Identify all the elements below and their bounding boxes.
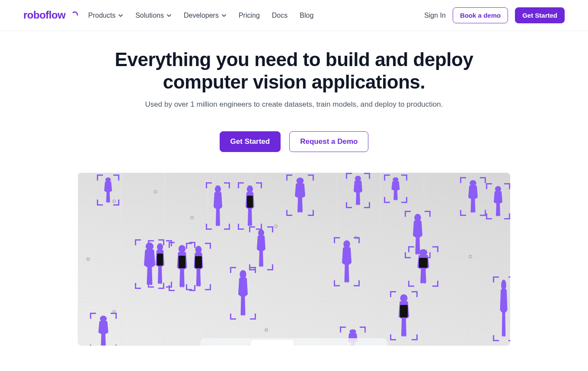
- tab-detection[interactable]: Detection: [202, 340, 249, 346]
- bbox-corner-icon: [412, 334, 418, 340]
- bbox-corner-icon: [90, 313, 96, 319]
- bbox-corner-icon: [346, 202, 352, 208]
- bbox-corner-icon: [111, 313, 117, 319]
- bounding-box-icon: [90, 313, 117, 346]
- nav-item-blog[interactable]: Blog: [300, 12, 313, 19]
- bbox-corner-icon: [354, 237, 360, 243]
- bbox-corner-icon: [249, 226, 255, 232]
- tab-counting[interactable]: Counting: [296, 340, 341, 346]
- hero-get-started-button[interactable]: Get Started: [220, 131, 281, 152]
- nav-label: Products: [88, 12, 115, 19]
- bbox-corner-icon: [405, 211, 411, 217]
- bbox-corner-icon: [354, 280, 360, 286]
- bbox-corner-icon: [504, 183, 510, 189]
- bbox-corner-icon: [113, 200, 119, 206]
- bbox-corner-icon: [113, 174, 119, 181]
- nav-item-products[interactable]: Products: [88, 12, 123, 19]
- bbox-corner-icon: [169, 285, 175, 291]
- bbox-corner-icon: [135, 283, 141, 289]
- bbox-corner-icon: [286, 210, 292, 216]
- bbox-corner-icon: [508, 276, 510, 282]
- detected-person: [209, 185, 227, 228]
- hero-section: Everything you need to build and deploy …: [0, 31, 588, 346]
- hero-visual-wrap: Detection Tracking Counting Analysis: [78, 173, 510, 346]
- bbox-corner-icon: [148, 282, 154, 288]
- chevron-down-icon: [118, 13, 123, 18]
- nav-label: Blog: [300, 12, 313, 19]
- floor-marker-icon: [154, 190, 157, 193]
- bbox-corner-icon: [340, 327, 346, 333]
- bbox-corner-icon: [508, 335, 510, 341]
- nav-item-developers[interactable]: Developers: [184, 12, 227, 19]
- bounding-box-icon: [186, 243, 211, 290]
- bbox-corner-icon: [256, 182, 262, 188]
- bbox-corner-icon: [148, 240, 154, 246]
- detected-person: [463, 180, 483, 214]
- bounding-box-icon: [230, 267, 256, 320]
- bbox-corner-icon: [401, 174, 407, 181]
- bounding-box-icon: [206, 182, 230, 230]
- bbox-corner-icon: [504, 213, 510, 219]
- hero-title: Everything you need to build and deploy …: [99, 48, 489, 93]
- bbox-corner-icon: [384, 197, 390, 203]
- tab-tracking[interactable]: Tracking: [250, 340, 294, 346]
- bbox-corner-icon: [169, 242, 175, 248]
- bbox-corner-icon: [460, 210, 466, 216]
- detected-person: [349, 175, 367, 206]
- get-started-button[interactable]: Get Started: [515, 7, 565, 23]
- bbox-corner-icon: [432, 246, 438, 252]
- nav-item-docs[interactable]: Docs: [272, 12, 288, 19]
- detected-person: [489, 186, 507, 218]
- floor-marker-icon: [190, 216, 194, 219]
- book-demo-button[interactable]: Book a demo: [453, 7, 508, 23]
- bbox-corner-icon: [334, 237, 340, 243]
- bbox-corner-icon: [308, 174, 314, 181]
- bbox-corner-icon: [267, 264, 273, 270]
- primary-nav: Products Solutions Developers Pricing: [88, 12, 313, 19]
- bbox-corner-icon: [205, 243, 211, 249]
- detected-person: [151, 243, 169, 286]
- bbox-corner-icon: [390, 291, 396, 297]
- hero-tabs: Detection Tracking Counting Analysis: [201, 338, 387, 346]
- brand-logo[interactable]: roboflow: [23, 10, 78, 21]
- detected-person: [100, 177, 116, 204]
- hero-request-demo-button[interactable]: Request a Demo: [289, 131, 368, 152]
- bbox-corner-icon: [206, 224, 212, 230]
- nav-item-pricing[interactable]: Pricing: [239, 12, 260, 19]
- bbox-corner-icon: [286, 174, 292, 181]
- site-header: roboflow Products Solutions Developers: [0, 0, 588, 31]
- detected-person: [387, 177, 404, 201]
- detected-person: [496, 279, 510, 339]
- bbox-corner-icon: [425, 211, 431, 217]
- bbox-corner-icon: [238, 182, 244, 188]
- detected-person: [412, 249, 435, 285]
- bounding-box-icon: [384, 174, 407, 203]
- bbox-corner-icon: [480, 210, 486, 216]
- bounding-box-icon: [97, 174, 119, 206]
- bbox-corner-icon: [493, 276, 499, 282]
- nav-label: Pricing: [239, 12, 260, 19]
- hero-visual: [78, 173, 510, 346]
- bounding-box-icon: [334, 237, 360, 286]
- floor-marker-icon: [469, 255, 472, 258]
- signin-link[interactable]: Sign In: [424, 12, 446, 19]
- bbox-corner-icon: [390, 334, 396, 340]
- chevron-down-icon: [166, 13, 172, 18]
- bbox-corner-icon: [460, 177, 466, 183]
- bounding-box-icon: [486, 183, 510, 219]
- detected-person: [252, 229, 270, 269]
- bbox-corner-icon: [224, 224, 230, 230]
- bounding-box-icon: [408, 246, 438, 287]
- tab-label: Counting: [305, 344, 331, 346]
- bbox-corner-icon: [346, 173, 352, 179]
- svg-text:roboflow: roboflow: [23, 10, 66, 21]
- bbox-corner-icon: [401, 197, 407, 203]
- tab-label: Detection: [212, 344, 239, 346]
- bbox-corner-icon: [408, 281, 414, 287]
- nav-item-solutions[interactable]: Solutions: [135, 12, 172, 19]
- detected-person: [393, 294, 414, 339]
- tab-analysis[interactable]: Analysis: [342, 340, 386, 346]
- bounding-box-icon: [390, 291, 418, 340]
- detected-person: [290, 177, 310, 214]
- bbox-corner-icon: [90, 345, 96, 346]
